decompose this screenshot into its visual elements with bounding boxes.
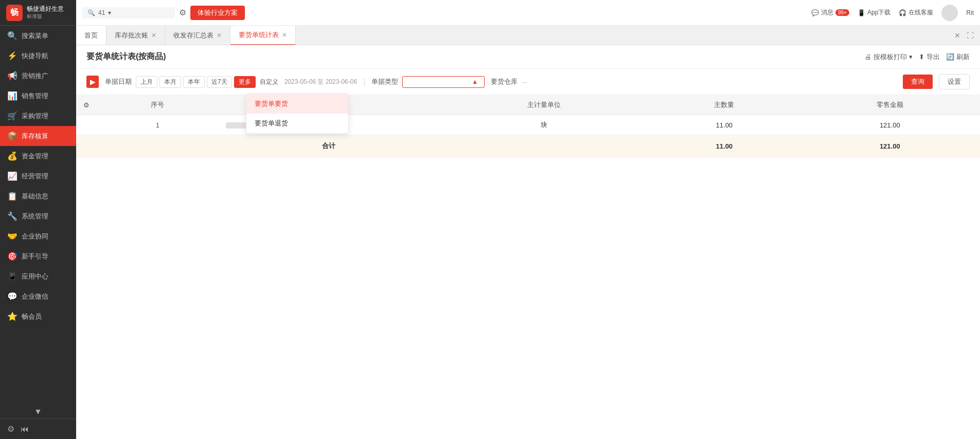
- printer-icon: 🖨: [865, 53, 871, 61]
- tab-close-receivable[interactable]: ✕: [217, 32, 222, 39]
- sidebar-item-appstore[interactable]: 📱应用中心: [0, 266, 76, 286]
- footer-empty-2: [97, 135, 219, 157]
- dropdown-item-order[interactable]: 要货单要货: [246, 94, 348, 114]
- sidebar-item-sales[interactable]: 📊销售管理: [0, 86, 76, 106]
- sidebar-nav: 🔍搜索菜单⚡快捷导航📢营销推广📊销售管理🛒采购管理📦库存核算💰资金管理📈经营管理…: [0, 26, 76, 405]
- gear-icon[interactable]: ⚙: [179, 8, 186, 17]
- phone-icon: 📱: [858, 9, 865, 16]
- preset-last-month[interactable]: 上月: [136, 76, 157, 88]
- sidebar-item-system[interactable]: 🔧系统管理: [0, 206, 76, 226]
- row-unit: 块: [439, 115, 649, 135]
- type-dropdown: 要货单要货 要货单退货: [246, 94, 349, 134]
- search-bar[interactable]: 🔍 41 ▾: [82, 7, 175, 19]
- col-index: 序号: [97, 95, 219, 115]
- sidebar-item-search[interactable]: 🔍搜索菜单: [0, 26, 76, 46]
- tab-bar: 首页库存批次账 ✕收发存汇总表 ✕要货单统计表 ✕ ✕ ⛶: [76, 26, 980, 45]
- tab-right-buttons: ✕ ⛶: [952, 30, 980, 41]
- tab-order-stats[interactable]: 要货单统计表 ✕: [230, 26, 296, 45]
- main-content: 🔍 41 ▾ ⚙ 体验行业方案 💬 消息 99+ 📱 App下载 🎧 在线客服: [76, 0, 980, 439]
- marketing-icon: 📢: [7, 71, 17, 81]
- sidebar-item-purchase[interactable]: 🛒采购管理: [0, 106, 76, 126]
- tab-batch[interactable]: 库存批次账 ✕: [106, 26, 165, 45]
- settings-icon[interactable]: ⚙: [7, 424, 14, 434]
- tab-close-batch[interactable]: ✕: [151, 32, 156, 39]
- print-button[interactable]: 🖨 按模板打印 ▾: [865, 52, 913, 62]
- print-chevron: ▾: [909, 53, 913, 61]
- col-amount: 零售金额: [800, 95, 980, 115]
- sidebar-item-wechat[interactable]: 💬企业微信: [0, 286, 76, 306]
- collapse-icon[interactable]: ⏮: [21, 425, 29, 434]
- sidebar-item-vip[interactable]: ⭐畅会员: [0, 306, 76, 326]
- messages-badge[interactable]: 💬 消息 99+: [811, 8, 849, 17]
- export-icon: ⬆: [919, 53, 924, 61]
- sidebar-item-inventory[interactable]: 📦库存核算: [0, 126, 76, 146]
- export-button[interactable]: ⬆ 导出: [919, 52, 940, 62]
- query-button[interactable]: 查询: [903, 75, 933, 89]
- sidebar-item-enterprise[interactable]: 🤝企业协同: [0, 226, 76, 246]
- row-settings: [76, 115, 97, 135]
- sidebar-label-shortcut: 快捷导航: [22, 51, 48, 61]
- custom-date-link[interactable]: 自定义: [260, 78, 278, 86]
- date-range-display: 2023-05-06 至 2023-06-06: [284, 78, 357, 86]
- row-amount: 121.00: [800, 115, 980, 135]
- operation-icon: 📈: [7, 171, 17, 181]
- type-filter-group: 单据类型 ▲: [371, 76, 485, 88]
- tab-label-receivable: 收发存汇总表: [173, 31, 213, 40]
- guide-icon: 🎯: [7, 251, 17, 261]
- close-all-icon[interactable]: ✕: [952, 30, 963, 41]
- sidebar-item-marketing[interactable]: 📢营销推广: [0, 66, 76, 86]
- tab-label-order-stats: 要货单统计表: [239, 30, 279, 40]
- logo-icon: 畅: [6, 5, 23, 21]
- refresh-button[interactable]: 🔄 刷新: [946, 52, 970, 62]
- tab-receivable[interactable]: 收发存汇总表 ✕: [165, 26, 230, 45]
- tab-home[interactable]: 首页: [76, 26, 106, 45]
- preset-this-month[interactable]: 本月: [159, 76, 181, 88]
- sidebar-item-operation[interactable]: 📈经营管理: [0, 166, 76, 186]
- type-input[interactable]: ▲: [402, 76, 485, 88]
- logo-name: 畅捷通好生意: [27, 5, 64, 13]
- preset-last-7days[interactable]: 近7天: [207, 76, 232, 88]
- trial-button[interactable]: 体验行业方案: [190, 6, 245, 20]
- sidebar-label-system: 系统管理: [22, 212, 48, 221]
- sidebar-label-sales: 销售管理: [22, 92, 48, 101]
- app-download-label: App下载: [867, 8, 890, 17]
- sidebar-label-wechat: 企业微信: [22, 292, 48, 301]
- tab-close-order-stats[interactable]: ✕: [282, 31, 287, 39]
- avatar[interactable]: [941, 5, 958, 21]
- col-quantity: 主数量: [649, 95, 799, 115]
- header-left: 🔍 41 ▾ ⚙ 体验行业方案: [82, 6, 806, 20]
- sidebar-label-inventory: 库存核算: [22, 132, 48, 141]
- logo-sub: 标准版: [27, 13, 64, 20]
- page-header: 要货单统计表(按商品) 🖨 按模板打印 ▾ ⬆ 导出 🔄 刷新: [76, 45, 980, 69]
- sidebar-label-marketing: 营销推广: [22, 71, 48, 81]
- footer-label: 合计: [219, 135, 439, 157]
- settings-button[interactable]: 设置: [939, 74, 970, 89]
- sidebar-item-guide[interactable]: 🎯新手引导: [0, 246, 76, 266]
- footer-empty-3: [439, 135, 649, 157]
- sidebar-item-finance[interactable]: 💰资金管理: [0, 146, 76, 166]
- filter-toggle[interactable]: ▶: [86, 76, 99, 88]
- wechat-icon: 💬: [7, 291, 17, 301]
- sidebar-label-search: 搜索菜单: [22, 31, 48, 41]
- preset-more[interactable]: 更多: [234, 76, 256, 88]
- header: 🔍 41 ▾ ⚙ 体验行业方案 💬 消息 99+ 📱 App下载 🎧 在线客服: [76, 0, 980, 26]
- dropdown-item-return[interactable]: 要货单退货: [246, 114, 348, 133]
- sidebar-logo: 畅 畅捷通好生意 标准版: [0, 0, 76, 26]
- preset-this-year[interactable]: 本年: [183, 76, 205, 88]
- table-header-row: ⚙ 序号 商品 主计量单位 主数量 零售金额: [76, 95, 980, 115]
- type-input-field[interactable]: [407, 78, 469, 86]
- headset-icon: 🎧: [899, 9, 906, 16]
- maximize-icon[interactable]: ⛶: [965, 30, 976, 41]
- sidebar-label-operation: 经营管理: [22, 172, 48, 181]
- sidebar-scroll-down[interactable]: ▼: [0, 405, 76, 418]
- app-download[interactable]: 📱 App下载: [858, 8, 890, 17]
- online-service[interactable]: 🎧 在线客服: [899, 8, 933, 17]
- page-actions: 🖨 按模板打印 ▾ ⬆ 导出 🔄 刷新: [865, 52, 970, 62]
- warehouse-more-icon[interactable]: ···: [522, 78, 527, 86]
- footer-amount: 121.00: [800, 135, 980, 157]
- col-settings[interactable]: ⚙: [76, 95, 97, 115]
- sidebar-item-shortcut[interactable]: ⚡快捷导航: [0, 46, 76, 66]
- sidebar-item-basic[interactable]: 📋基础信息: [0, 186, 76, 206]
- sidebar: 畅 畅捷通好生意 标准版 🔍搜索菜单⚡快捷导航📢营销推广📊销售管理🛒采购管理📦库…: [0, 0, 76, 439]
- refresh-icon: 🔄: [946, 53, 954, 61]
